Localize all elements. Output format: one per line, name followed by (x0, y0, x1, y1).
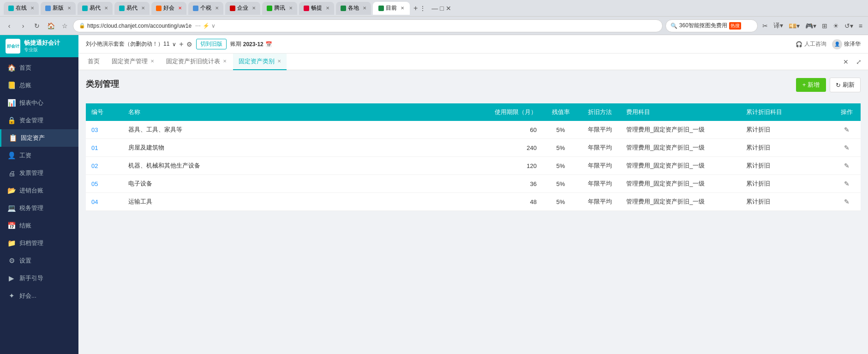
home-button[interactable]: 🏠 (45, 20, 56, 31)
cell-name-4: 运输工具 (123, 193, 482, 211)
cell-accum-2: 累计折旧 (741, 157, 833, 175)
sidebar-item-more[interactable]: ✦ 好会... (0, 287, 78, 305)
translate-icon[interactable]: 译▾ (772, 21, 785, 31)
top-bar-right: 🎧 人工咨询 👤 徐泽华 (796, 39, 861, 49)
table-row: 05 电子设备 36 5% 年限平均 管理费用_固定资产折旧_一级 累计折旧 ✎ (86, 175, 861, 193)
tab-home[interactable]: 首页 (82, 54, 105, 70)
browser-tab-1[interactable]: 新版 ✕ (41, 2, 76, 15)
sidebar-item-guide-label: 新手引导 (19, 274, 43, 282)
forward-button[interactable]: › (18, 20, 29, 31)
user-info[interactable]: 👤 徐泽华 (832, 39, 861, 49)
add-account-button[interactable]: + (179, 40, 183, 48)
game-icon[interactable]: 🎮▾ (803, 21, 818, 30)
col-residual: 残值率 (542, 103, 579, 121)
tab-maximize[interactable]: ⤢ (853, 56, 864, 67)
cell-action-3: ✎ (833, 175, 861, 193)
sidebar-item-purchase-label: 进销台账 (19, 186, 43, 195)
dropdown-arrow[interactable]: ∨ (172, 41, 176, 48)
browser-tab-4[interactable]: 好会 ✕ (151, 2, 186, 15)
sidebar-item-report-label: 报表中心 (19, 99, 43, 107)
minimize-button[interactable]: — (431, 5, 438, 12)
edit-button-0[interactable]: ✎ (844, 126, 850, 133)
cell-code-0: 03 (86, 121, 123, 139)
tab-menu-button[interactable]: ⋮ (419, 5, 426, 12)
headset-icon: 🎧 (796, 41, 802, 48)
tab-close-window[interactable]: ✕ (840, 56, 851, 67)
tab-depreciation-table[interactable]: 固定资产折旧统计表 ✕ (161, 54, 232, 70)
grid-icon[interactable]: ⊞ (820, 21, 829, 30)
tab-asset-category[interactable]: 固定资产类别 ✕ (233, 54, 287, 70)
browser-tab-3[interactable]: 易代 ✕ (114, 2, 150, 15)
bookmark-button[interactable]: ☆ (59, 20, 70, 31)
settings-button[interactable]: ⚙ (186, 41, 192, 48)
sidebar-item-settings-label: 设置 (19, 257, 31, 265)
browser-tab-8[interactable]: 畅提 ✕ (299, 2, 334, 15)
cell-accum-0: 累计折旧 (741, 121, 833, 139)
browser-tab-9[interactable]: 各地 ✕ (336, 2, 371, 15)
sidebar-item-purchase[interactable]: 📂 进销台账 (0, 182, 78, 199)
maximize-button[interactable]: □ (440, 5, 443, 12)
browser-tab-0[interactable]: 在线 ✕ (4, 2, 39, 15)
browser-tab-10[interactable]: 目前 ✕ (373, 2, 410, 15)
refresh-button[interactable]: ↻ 刷新 (830, 78, 861, 92)
sidebar-item-close[interactable]: 📅 结账 (0, 217, 78, 234)
cell-residual-3: 5% (542, 175, 579, 193)
browser-tab-6[interactable]: 企业 ✕ (225, 2, 260, 15)
code-link-1[interactable]: 01 (91, 144, 98, 151)
close-button[interactable]: ✕ (446, 5, 451, 12)
sidebar-item-archive[interactable]: 📁 归档管理 (0, 234, 78, 252)
menu-icon[interactable]: ≡ (857, 21, 864, 30)
toolbar-icons: ✂ 译▾ 💴▾ 🎮▾ ⊞ ☀ ↺▾ ≡ (760, 21, 864, 31)
service-button[interactable]: 🎧 人工咨询 (796, 40, 826, 48)
tab-depreciation-table-close[interactable]: ✕ (223, 59, 227, 64)
ssl-icon: 🔒 (79, 23, 85, 29)
tab-fixed-asset-mgmt-close[interactable]: ✕ (150, 59, 154, 64)
code-link-2[interactable]: 02 (91, 162, 98, 169)
edit-button-1[interactable]: ✎ (844, 144, 850, 151)
sidebar-item-home[interactable]: 🏠 首页 (0, 59, 78, 77)
sidebar-item-fixed-assets[interactable]: 📋 固定资产 (0, 129, 78, 147)
cell-accum-4: 累计折旧 (741, 193, 833, 211)
tab-fixed-asset-mgmt[interactable]: 固定资产管理 ✕ (106, 54, 160, 70)
search-bar[interactable]: 🔍 360智能抠图免费用 热搜 (665, 19, 758, 32)
code-link-4[interactable]: 04 (91, 198, 98, 205)
sidebar-item-report[interactable]: 📊 报表中心 (0, 94, 78, 112)
scissors-icon[interactable]: ✂ (760, 21, 770, 30)
browser-tab-2[interactable]: 易代 ✕ (78, 2, 113, 15)
period-value: 2023-12 (243, 41, 263, 48)
url-input[interactable]: 🔒 https://cloud.chanjet.com/accounting/u… (73, 19, 663, 32)
sidebar-item-home-label: 首页 (19, 64, 31, 72)
cell-period-2: 120 (482, 157, 542, 175)
page-content: 类别管理 + 新增 ↻ 刷新 编号 名称 使用期限（月） 残值率 (78, 70, 868, 354)
sidebar-item-ledger[interactable]: 📒 总账 (0, 77, 78, 94)
undo-icon[interactable]: ↺▾ (843, 21, 855, 30)
tab-asset-category-close[interactable]: ✕ (277, 59, 281, 64)
reload-button[interactable]: ↻ (31, 20, 42, 31)
hot-badge: 热搜 (729, 22, 741, 30)
browser-tab-5[interactable]: 个税 ✕ (188, 2, 223, 15)
add-button[interactable]: + 新增 (796, 78, 826, 92)
wallet-icon[interactable]: 💴▾ (787, 21, 802, 30)
back-button[interactable]: ‹ (4, 20, 15, 31)
cell-code-4: 04 (86, 193, 123, 211)
edit-button-4[interactable]: ✎ (844, 198, 850, 205)
code-link-0[interactable]: 03 (91, 126, 98, 133)
guide-icon: ▶ (7, 274, 16, 282)
sidebar-item-tax[interactable]: 💻 税务管理 (0, 199, 78, 217)
sidebar-item-settings[interactable]: ⚙ 设置 (0, 252, 78, 270)
browser-tab-7[interactable]: 腾讯 ✕ (262, 2, 297, 15)
calendar-icon[interactable]: 📅 (265, 41, 272, 48)
cell-action-0: ✎ (833, 121, 861, 139)
switch-version-button[interactable]: 切到旧版 (196, 39, 227, 49)
new-tab-button[interactable]: + (413, 4, 418, 12)
edit-button-2[interactable]: ✎ (844, 162, 850, 169)
sidebar-item-fund[interactable]: 🔒 资金管理 (0, 112, 78, 129)
sidebar-item-guide[interactable]: ▶ 新手引导 (0, 270, 78, 287)
sidebar-item-invoice[interactable]: 🖨 发票管理 (0, 164, 78, 182)
code-link-3[interactable]: 05 (91, 180, 98, 187)
sun-icon[interactable]: ☀ (831, 21, 841, 30)
sidebar-item-payroll[interactable]: 👤 工资 (0, 147, 78, 164)
edit-button-3[interactable]: ✎ (844, 180, 850, 187)
cell-action-2: ✎ (833, 157, 861, 175)
table-row: 02 机器、机械和其他生产设备 120 5% 年限平均 管理费用_固定资产折旧_… (86, 157, 861, 175)
